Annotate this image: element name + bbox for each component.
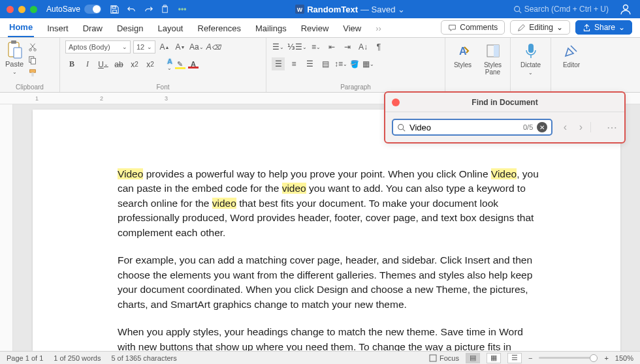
decrease-font-icon[interactable]: A▼ [174,40,187,53]
tab-view[interactable]: View [342,20,362,37]
undo-icon[interactable] [126,4,136,14]
align-left-icon[interactable]: ☰ [272,57,285,70]
copy-icon[interactable] [27,55,38,65]
indent-right-icon[interactable]: ⇥ [341,40,354,53]
zoom-out-icon[interactable]: − [528,354,532,362]
align-center-icon[interactable]: ≡ [287,57,300,70]
show-marks-icon[interactable]: ¶ [372,40,385,53]
comments-button[interactable]: Comments [441,20,505,35]
highlight-button[interactable]: ✎ [175,60,185,69]
web-layout-view-icon[interactable]: ▦ [487,353,501,363]
autosave-toggle[interactable]: AutoSave [46,5,101,14]
dictate-button[interactable]: Dictate ⌄ [517,40,545,77]
justify-icon[interactable]: ▤ [319,57,332,70]
focus-icon [429,354,437,362]
indent-left-icon[interactable]: ⇤ [325,40,338,53]
group-editor: Editor [551,38,592,92]
window-controls [7,6,37,13]
paragraph-2[interactable]: For example, you can add a matching cove… [118,253,542,312]
font-name-combo[interactable]: Aptos (Body)⌄ [65,40,131,53]
zoom-slider[interactable] [539,357,598,359]
vertical-ruler[interactable] [0,104,13,351]
zoom-level[interactable]: 150% [615,354,633,362]
focus-mode-button[interactable]: Focus [429,354,459,362]
svg-rect-15 [31,72,34,76]
svg-point-20 [398,124,404,129]
close-window-icon[interactable] [7,6,14,13]
strike-button[interactable]: ab [112,58,125,71]
find-input[interactable] [409,123,519,132]
bold-button[interactable]: B [65,58,78,71]
font-group-label: Font [65,82,261,91]
document-title: W RandomText — Saved ⌄ [187,5,513,14]
bullets-icon[interactable]: ☰⌄ [272,40,285,53]
borders-icon[interactable]: ▦⌄ [362,57,375,70]
paragraph-3[interactable]: When you apply styles, your headings cha… [118,325,542,351]
font-size-combo[interactable]: 12⌄ [133,40,155,53]
paragraph-1[interactable]: Video provides a powerful way to help yo… [118,167,542,240]
underline-button[interactable]: U⌄ [97,58,110,71]
styles-button[interactable]: A Styles [450,40,476,70]
italic-button[interactable]: I [81,58,94,71]
tabs-overflow-icon[interactable]: ›› [374,20,383,37]
cut-icon[interactable] [27,42,38,52]
find-input-wrapper: 0/5 ✕ [392,119,552,136]
tab-layout[interactable]: Layout [156,20,184,37]
multilevel-icon[interactable]: ≡⌄ [310,40,323,53]
search-bar[interactable]: Search (Cmd + Ctrl + U) [513,5,609,14]
page-status[interactable]: Page 1 of 1 [7,354,43,362]
word-count[interactable]: 1 of 250 words [54,354,101,362]
close-icon[interactable] [392,99,400,106]
find-prev-icon[interactable]: ‹ [559,121,571,133]
clear-icon[interactable]: ✕ [537,122,547,132]
subscript-button[interactable]: x2 [128,58,141,71]
document-page[interactable]: Video provides a powerful way to help yo… [33,110,620,351]
share-button[interactable]: Share ⌄ [575,20,632,35]
paste-icon[interactable] [5,40,24,59]
tab-insert[interactable]: Insert [46,20,70,37]
profile-icon[interactable] [618,1,633,17]
find-next-icon[interactable]: › [575,121,586,133]
tab-design[interactable]: Design [116,20,144,37]
shading-icon[interactable]: 🪣 [350,60,359,68]
find-highlight: video [282,183,306,194]
sort-icon[interactable]: A↓ [357,40,370,53]
minimize-window-icon[interactable] [18,6,25,13]
search-icon [397,123,406,132]
maximize-window-icon[interactable] [30,6,37,13]
numbering-icon[interactable]: ⅓☰⌄ [287,40,307,53]
chevron-down-icon[interactable]: ⌄ [398,5,405,14]
zoom-in-icon[interactable]: + [604,354,608,362]
font-color-button[interactable]: A [188,60,199,68]
print-layout-view-icon[interactable]: ▤ [466,353,480,363]
editing-mode-button[interactable]: Editing ⌄ [510,20,570,35]
increase-font-icon[interactable]: A▲ [158,40,171,53]
chevron-down-icon: ⌄ [618,23,625,32]
title-bar: AutoSave ••• W RandomText — Saved ⌄ Sear… [0,0,640,18]
editor-button[interactable]: Editor [558,40,584,70]
redo-icon[interactable] [143,4,153,14]
switch-icon[interactable] [84,5,101,14]
save-icon[interactable] [109,4,120,14]
ribbon-tabs: Home Insert Draw Design Layout Reference… [0,18,640,38]
pencil-icon [517,23,526,32]
paste-qat-icon[interactable] [160,4,170,14]
text-effects-button[interactable]: A⌄ [167,57,172,71]
tab-home[interactable]: Home [8,19,34,37]
superscript-button[interactable]: x2 [144,58,157,71]
ellipsis-icon[interactable]: ••• [177,4,187,14]
tab-review[interactable]: Review [300,20,330,37]
styles-pane-button[interactable]: Styles Pane [480,40,506,77]
format-painter-icon[interactable] [27,68,38,78]
chevron-down-icon[interactable]: ⌄ [12,69,17,75]
find-options-icon[interactable]: ⋯ [606,121,618,134]
align-right-icon[interactable]: ☰ [303,57,316,70]
clear-format-icon[interactable]: A⌫ [206,40,221,53]
change-case-icon[interactable]: Aa⌄ [189,40,204,53]
line-spacing-icon[interactable]: ↕≡⌄ [334,57,347,70]
char-count[interactable]: 5 of 1365 characters [111,354,176,362]
tab-mailings[interactable]: Mailings [254,20,288,37]
outline-view-icon[interactable]: ☰ [507,353,522,363]
tab-references[interactable]: References [197,20,242,37]
tab-draw[interactable]: Draw [82,20,104,37]
